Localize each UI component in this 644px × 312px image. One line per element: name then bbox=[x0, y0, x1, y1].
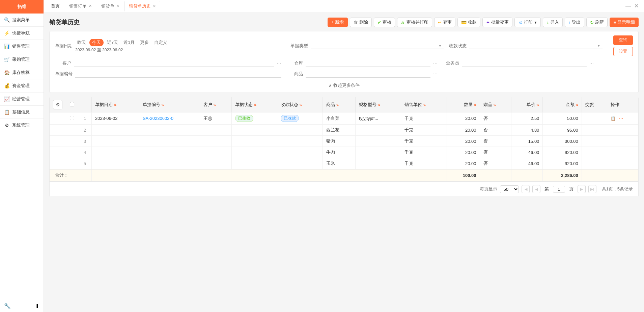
sidebar-item-quick-nav[interactable]: ⚡ 快捷导航 bbox=[0, 27, 44, 40]
salesperson-more-icon[interactable]: ··· bbox=[589, 60, 594, 66]
filter-right-buttons: 查询 设置 bbox=[613, 35, 633, 56]
product-more-icon[interactable]: ··· bbox=[433, 71, 438, 77]
warehouse-more-icon[interactable]: ··· bbox=[433, 60, 438, 66]
th-gift[interactable]: 赠品⇅ bbox=[480, 97, 511, 112]
tab-sales-goods[interactable]: 销货单 ✕ bbox=[97, 1, 124, 11]
tab-home[interactable]: 首页 bbox=[47, 1, 64, 11]
sidebar-item-basic-info[interactable]: 📋 基础信息 bbox=[0, 106, 44, 119]
tab-close-sales-order[interactable]: ✕ bbox=[89, 4, 92, 8]
select-all-checkbox[interactable] bbox=[70, 102, 74, 106]
tab-close-sales-history[interactable]: ✕ bbox=[153, 4, 156, 8]
sidebar-item-inventory[interactable]: 🏠 库存核算 bbox=[0, 66, 44, 79]
page-number-input[interactable] bbox=[553, 186, 565, 193]
td-collect-status-5 bbox=[277, 158, 323, 170]
sidebar-collapse-btn[interactable]: 🔧 bbox=[4, 303, 11, 309]
th-product[interactable]: 商品⇅ bbox=[323, 97, 356, 112]
td-unit-price-5: 46.00 bbox=[511, 158, 542, 170]
sidebar-item-search-menu[interactable]: 🔍 搜索菜单 bbox=[0, 14, 44, 27]
sidebar-item-purchase-mgmt[interactable]: 🛒 采购管理 bbox=[0, 53, 44, 66]
sidebar-item-label: 采购管理 bbox=[12, 56, 30, 62]
sidebar-item-label: 资金管理 bbox=[12, 83, 30, 89]
doc-no-input[interactable] bbox=[75, 70, 281, 78]
table-row: 1 2023-06-02 SA-20230602-0 王总 已生效 已收款 小白… bbox=[50, 112, 638, 125]
th-doc-status[interactable]: 单据状态⇅ bbox=[231, 97, 277, 112]
summary-row: 合计： 100.00 2,286.00 bbox=[50, 169, 638, 181]
sidebar-item-sales-mgmt[interactable]: 📊 销售管理 bbox=[0, 40, 44, 53]
table-area: ⚙ 单据日期⇅ 单据编号⇅ 客户⇅ bbox=[49, 97, 639, 197]
per-page-select[interactable]: 50 100 200 bbox=[500, 185, 519, 193]
td-amount-2: 96.00 bbox=[543, 125, 582, 136]
import-button[interactable]: ↓ 导入 bbox=[543, 18, 563, 27]
th-customer[interactable]: 客户⇅ bbox=[200, 97, 231, 112]
date-btn-yesterday[interactable]: 昨天 bbox=[75, 39, 88, 46]
tab-sales-order[interactable]: 销售订单 ✕ bbox=[65, 1, 96, 11]
page-prev-btn[interactable]: ◀ bbox=[532, 185, 540, 193]
window-close-btn[interactable]: ✕ bbox=[634, 3, 639, 9]
sidebar-bottom: 🔧 ⏸ bbox=[0, 300, 44, 312]
action-view-1[interactable]: 📋 bbox=[611, 116, 616, 121]
td-rownum-5: 5 bbox=[78, 158, 92, 170]
date-btn-custom[interactable]: 自定义 bbox=[152, 39, 169, 46]
tab-sales-history[interactable]: 销货单历史 ✕ bbox=[124, 1, 160, 11]
table-settings-btn[interactable]: ⚙ bbox=[53, 100, 62, 109]
warehouse-label: 仓库 bbox=[287, 60, 303, 66]
setting-button[interactable]: 设置 bbox=[613, 47, 633, 56]
collect-status-select[interactable]: ▼ bbox=[469, 43, 603, 49]
doc-no-link-1[interactable]: SA-20230602-0 bbox=[143, 116, 173, 121]
doc-type-select[interactable]: ▼ bbox=[311, 43, 444, 49]
collapse-button[interactable]: ∧ 收起更多条件 bbox=[329, 82, 360, 88]
export-button[interactable]: ↑ 导出 bbox=[565, 18, 585, 27]
query-button[interactable]: 查询 bbox=[613, 35, 633, 45]
audit-print-button[interactable]: 🖨 审核并打印 bbox=[397, 18, 432, 27]
row-checkbox-1[interactable] bbox=[70, 116, 74, 120]
td-check-4 bbox=[66, 147, 78, 158]
date-btn-1month[interactable]: 近1月 bbox=[121, 39, 137, 46]
th-doc-no[interactable]: 单据编号⇅ bbox=[139, 97, 200, 112]
date-range-display: 2023-06-02 至 2023-06-02 bbox=[75, 47, 285, 53]
sidebar-item-label: 经营管理 bbox=[12, 96, 30, 102]
audit-button[interactable]: ✔ 审核 bbox=[374, 18, 395, 27]
filter-row-1: 单据日期 昨天 今天 近7天 近1月 更多 自定义 2023-06-02 至 2… bbox=[55, 35, 633, 56]
sidebar-item-finance-mgmt[interactable]: 💰 资金管理 bbox=[0, 79, 44, 93]
customer-input[interactable] bbox=[74, 59, 274, 67]
page-next-btn[interactable]: ▶ bbox=[578, 185, 586, 193]
th-spec[interactable]: 规格型号⇅ bbox=[356, 97, 401, 112]
page-unit: 页 bbox=[569, 186, 573, 192]
td-doc-date-3 bbox=[92, 136, 139, 147]
tab-close-sales-goods[interactable]: ✕ bbox=[116, 4, 119, 8]
th-qty[interactable]: 数量⇅ bbox=[447, 97, 480, 112]
table-row: 4 牛肉 千克 20.00 否 46.00 920.00 bbox=[50, 147, 638, 158]
abandon-button[interactable]: ↩ 弃审 bbox=[434, 18, 455, 27]
th-doc-date[interactable]: 单据日期⇅ bbox=[92, 97, 139, 112]
th-settings[interactable]: ⚙ bbox=[50, 97, 66, 112]
date-btn-7days[interactable]: 近7天 bbox=[105, 39, 120, 46]
warehouse-input[interactable] bbox=[306, 59, 430, 67]
product-input[interactable] bbox=[306, 70, 430, 78]
salesperson-input[interactable] bbox=[462, 59, 587, 67]
delete-button[interactable]: 🗑 删除 bbox=[350, 18, 372, 27]
sort-icon: ⇅ bbox=[423, 103, 426, 107]
page-last-btn[interactable]: ▶| bbox=[588, 185, 596, 193]
th-action: 操作 bbox=[607, 97, 638, 112]
th-collect-status[interactable]: 收款状态⇅ bbox=[277, 97, 323, 112]
th-unit-price[interactable]: 单价⇅ bbox=[511, 97, 542, 112]
sidebar-item-system-mgmt[interactable]: ⚙ 系统管理 bbox=[0, 119, 44, 132]
th-amount[interactable]: 金额⇅ bbox=[543, 97, 582, 112]
customer-more-icon[interactable]: ··· bbox=[277, 60, 281, 66]
action-more-1[interactable]: ⋯ bbox=[619, 116, 623, 121]
print-button[interactable]: 🖨 打印 ▼ bbox=[514, 18, 541, 27]
th-sales-unit[interactable]: 销售单位⇅ bbox=[401, 97, 447, 112]
batch-change-button[interactable]: ✦ 批量变更 bbox=[482, 18, 512, 27]
td-doc-date-1: 2023-06-02 bbox=[92, 112, 139, 125]
sidebar-item-operations-mgmt[interactable]: 📈 经营管理 bbox=[0, 93, 44, 106]
window-minimize-btn[interactable]: — bbox=[625, 3, 631, 9]
add-button[interactable]: + 新增 bbox=[328, 18, 347, 27]
date-btn-more[interactable]: 更多 bbox=[138, 39, 151, 46]
page-first-btn[interactable]: |◀ bbox=[522, 185, 530, 193]
sidebar-pause-btn[interactable]: ⏸ bbox=[34, 303, 39, 309]
refresh-button[interactable]: ↻ 刷新 bbox=[586, 18, 608, 27]
show-detail-button[interactable]: ≡ 显示明细 bbox=[610, 18, 639, 27]
date-btn-today[interactable]: 今天 bbox=[89, 39, 104, 46]
collect-button[interactable]: 💳 收款 bbox=[457, 18, 480, 27]
chart-icon: 📊 bbox=[4, 44, 9, 49]
